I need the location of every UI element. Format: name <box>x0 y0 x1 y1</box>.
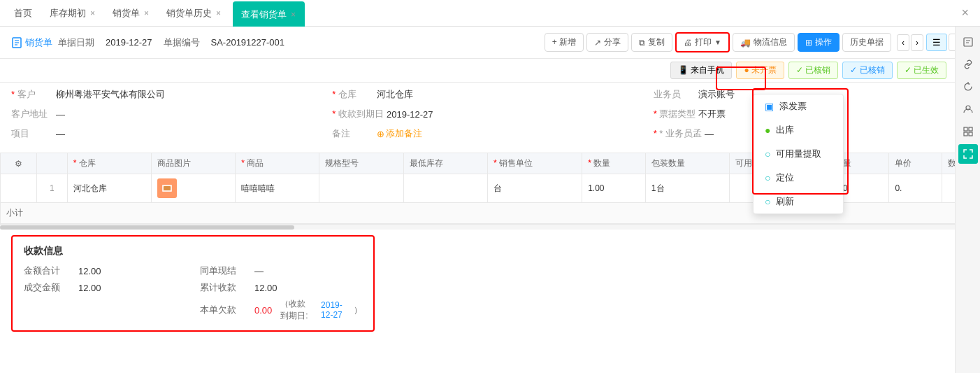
address-group: 客户地址 — <box>11 108 326 120</box>
dropdown-item-available-qty[interactable]: ○ 可用量提取 <box>754 142 843 166</box>
out-warehouse-label: 出库 <box>776 124 794 136</box>
tab-view-sales-close[interactable]: × <box>291 10 296 20</box>
transaction-label: 成交金额 <box>24 281 73 294</box>
same-settlement-label: 同单现结 <box>200 265 249 277</box>
operation-button[interactable]: ⊞ 操作 <box>798 33 840 52</box>
total-row: 金额合计 12.00 <box>24 265 186 277</box>
next-button[interactable]: › <box>911 34 923 51</box>
payment-title: 收款信息 <box>24 245 362 258</box>
svg-rect-11 <box>969 127 972 131</box>
effect-button[interactable]: ✓ 已生效 <box>897 62 946 79</box>
arrears-label: 本单欠款 <box>200 304 249 316</box>
prev-button[interactable]: ‹ <box>897 34 909 51</box>
cell-min-stock <box>403 174 487 203</box>
sidebar-rotate-icon[interactable] <box>958 77 978 97</box>
dropdown-item-add-invoice[interactable]: ▣ 添发票 <box>754 94 843 118</box>
staff-value: 演示账号 <box>698 88 735 101</box>
logistics-button[interactable]: 🚚 物流信息 <box>733 33 795 52</box>
status-bar: 📱 来自手机 ● 未开票 ✓ 已核销 ✓ 已核销 ✓ 已生效 <box>0 59 980 83</box>
copy-label: 复制 <box>648 36 665 48</box>
dropdown-item-out-warehouse[interactable]: ● 出库 <box>754 118 843 142</box>
sidebar-edit-icon[interactable] <box>958 32 978 52</box>
doc-header: 销货单 单据日期 2019-12-27 单据编号 SA-20191227-001… <box>0 27 980 59</box>
svg-rect-5 <box>164 186 171 190</box>
refresh-label: 刷新 <box>776 195 794 208</box>
new-button[interactable]: + 新增 <box>545 33 584 52</box>
arrears-note: （收款到期日: <box>280 298 314 322</box>
same-settlement-row: 同单现结 — <box>200 265 362 277</box>
main-area: 销货单 单据日期 2019-12-27 单据编号 SA-20191227-001… <box>0 27 980 373</box>
history-label: 历史单据 <box>850 36 884 48</box>
not-open-button[interactable]: ● 未开票 <box>736 62 784 79</box>
app-root: 首页 库存期初 × 销货单 × 销货单历史 × 查看销货单 × × <box>0 0 980 373</box>
print-button[interactable]: 🖨 打印 ▼ <box>675 32 730 52</box>
right-sidebar <box>955 27 980 373</box>
payment-date-value: 2019-12-27 <box>387 109 433 120</box>
project-label: 项目 <box>11 127 53 140</box>
warehouse-group: 仓库 河北仓库 <box>332 88 647 101</box>
tab-sales-label: 销货单 <box>113 7 140 20</box>
add-icon: ⊕ <box>377 129 384 139</box>
add-invoice-icon: ▣ <box>765 101 774 112</box>
add-note-label: 添加备注 <box>386 127 422 140</box>
effect-label: 已生效 <box>914 65 939 75</box>
sidebar-expand-icon[interactable] <box>958 144 978 164</box>
sidebar-link-icon[interactable] <box>958 55 978 74</box>
cell-unit-price: 0. <box>889 174 942 203</box>
warehouse-value: 河北仓库 <box>377 88 413 101</box>
tab-view-sales-label: 查看销货单 <box>241 8 287 21</box>
doc-title-icon: 销货单 <box>11 36 52 49</box>
doc-number-label: 单据编号 <box>164 36 200 49</box>
project-value: — <box>56 129 65 139</box>
window-close[interactable]: × <box>956 6 974 20</box>
dropdown-item-locate[interactable]: ○ 定位 <box>754 166 843 190</box>
copy-button[interactable]: ⧉ 复制 <box>631 33 672 52</box>
tab-sales-close[interactable]: × <box>144 8 149 18</box>
col-product: 商品 <box>236 153 319 174</box>
already-button[interactable]: ✓ 已核销 <box>842 62 892 79</box>
tab-inventory-close[interactable]: × <box>90 8 95 18</box>
tab-home[interactable]: 首页 <box>6 0 41 27</box>
h-scrollbar[interactable] <box>0 224 980 230</box>
tab-view-sales[interactable]: 查看销货单 × <box>233 1 305 28</box>
check-icon: ✓ <box>796 65 803 75</box>
effect-icon: ✓ <box>905 65 911 75</box>
already-icon: ✓ <box>850 65 857 75</box>
tab-sales-history[interactable]: 销货单历史 × <box>158 0 230 27</box>
share-icon: ↗ <box>594 38 601 48</box>
share-button[interactable]: ↗ 分享 <box>586 33 628 52</box>
dropdown-item-refresh[interactable]: ○ 刷新 <box>754 190 843 213</box>
tab-sales[interactable]: 销货单 × <box>104 0 158 27</box>
cell-settings <box>1 174 37 203</box>
list-view-button[interactable]: ☰ <box>926 34 947 51</box>
cell-unit: 台 <box>488 174 582 203</box>
col-unit: 销售单位 <box>488 153 582 174</box>
arrears-note2: ） <box>354 304 362 316</box>
copy-icon: ⧉ <box>639 38 645 48</box>
col-warehouse: 仓库 <box>67 153 151 174</box>
total-label: 金额合计 <box>24 265 73 277</box>
tab-inventory[interactable]: 库存期初 × <box>41 0 104 27</box>
share-label: 分享 <box>604 36 621 48</box>
same-settlement-value: — <box>254 266 264 276</box>
check-button[interactable]: ✓ 已核销 <box>788 62 838 79</box>
refresh-icon: ○ <box>765 196 770 207</box>
locate-icon: ○ <box>765 172 770 183</box>
tab-sales-history-close[interactable]: × <box>216 8 221 18</box>
col-min-stock: 最低库存 <box>403 153 487 174</box>
not-open-icon: ● <box>744 65 749 75</box>
not-open-label: 未开票 <box>751 65 777 75</box>
history-button[interactable]: 历史单据 <box>842 33 891 52</box>
operation-label: 操作 <box>815 36 832 48</box>
col-product-img: 商品图片 <box>151 153 235 174</box>
svg-rect-13 <box>969 132 972 136</box>
from-phone-button[interactable]: 📱 来自手机 <box>670 62 732 79</box>
sidebar-user-icon[interactable] <box>958 99 978 119</box>
cell-spec <box>319 174 403 203</box>
project-group: 项目 — <box>11 127 326 140</box>
add-note-button[interactable]: ⊕ 添加备注 <box>377 127 422 140</box>
phone-icon: 📱 <box>678 65 689 75</box>
transaction-row: 成交金额 12.00 <box>24 281 186 294</box>
sidebar-table-icon[interactable] <box>958 122 978 141</box>
col-qty: 数量 <box>582 153 646 174</box>
